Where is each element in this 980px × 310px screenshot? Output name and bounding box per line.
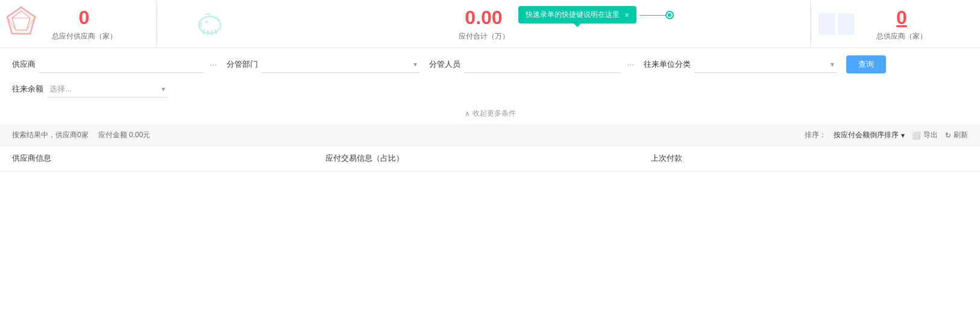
supplier-input[interactable] [42, 60, 201, 69]
sort-label: 排序： [805, 130, 826, 140]
tooltip-close-button[interactable]: × [624, 10, 629, 20]
refresh-label: 刷新 [953, 130, 968, 140]
export-label: 导出 [923, 130, 938, 140]
balance-label: 往来余额 [12, 84, 43, 95]
placeholder-block1 [818, 13, 835, 35]
stat-item-total-right: 0 总供应商（家） [811, 0, 980, 48]
unit-label: 往来单位分类 [644, 59, 691, 70]
tooltip-dot [667, 12, 673, 18]
results-controls: 排序： 按应付会额倒序排序 ▾ ⬜ 导出 ↻ 刷新 [805, 130, 968, 140]
unit-chevron-icon: ▾ [831, 60, 834, 69]
svg-marker-1 [12, 11, 30, 30]
sort-select[interactable]: 按应付会额倒序排序 ▾ [834, 130, 905, 140]
dept-select[interactable]: ▾ [262, 56, 419, 73]
collapse-button[interactable]: ∧ 收起更多条件 [465, 108, 516, 119]
dept-chevron-icon: ▾ [413, 60, 417, 69]
person-input[interactable] [466, 60, 618, 69]
supplier-label: 供应商 [12, 59, 36, 70]
person-dots-button[interactable]: ··· [627, 60, 634, 69]
sort-chevron-icon: ▾ [901, 131, 905, 140]
filter-item-person: 分管人员 ··· [429, 56, 634, 73]
piggy-icon [193, 7, 226, 39]
stat-label-payable: 应付合计（万） [459, 31, 509, 42]
svg-point-6 [206, 20, 208, 23]
table-body [0, 172, 980, 310]
balance-select[interactable]: 选择... ▾ [47, 81, 168, 98]
stat-item-payable: 0.00 应付合计（万） [157, 0, 811, 48]
tooltip-bubble: 快速录单的快捷键说明在这里 × [518, 6, 636, 23]
stat-label-total-suppliers: 总应付供应商（家） [52, 31, 117, 42]
tooltip-line [639, 15, 670, 16]
sort-value: 按应付会额倒序排序 [834, 130, 899, 140]
query-button[interactable]: 查询 [846, 55, 886, 73]
person-label: 分管人员 [429, 59, 460, 70]
collapse-row: ∧ 收起更多条件 [12, 105, 968, 125]
export-icon: ⬜ [912, 131, 921, 140]
col-header-last-payment: 上次付款 [651, 153, 968, 164]
refresh-icon: ↻ [945, 131, 951, 140]
results-bar: 搜索结果中，供应商0家 应付金额 0.00元 排序： 按应付会额倒序排序 ▾ ⬜… [0, 125, 980, 146]
stat-number-total-suppliers: 0 [79, 6, 90, 29]
supplier-input-wrap[interactable] [39, 56, 204, 73]
tooltip-text: 快速录单的快捷键说明在这里 [526, 10, 620, 20]
filter-item-dept: 分管部门 ▾ [227, 56, 419, 73]
stat-number-total-right: 0 [896, 6, 907, 29]
balance-chevron-icon: ▾ [162, 85, 165, 93]
filter-row-2: 往来余额 选择... ▾ [12, 81, 217, 98]
results-amount: 应付金额 0.00元 [98, 130, 151, 140]
stat-number-payable: 0.00 [465, 6, 502, 29]
results-summary: 搜索结果中，供应商0家 应付金额 0.00元 [12, 130, 150, 140]
dept-label: 分管部门 [227, 59, 258, 70]
filter-item-balance: 往来余额 选择... ▾ [12, 81, 217, 98]
collapse-label: 收起更多条件 [473, 108, 516, 119]
filter-area: 供应商 ··· 分管部门 ▾ 分管人员 ··· 往来单位分类 [0, 48, 980, 125]
filter-item-supplier: 供应商 ··· [12, 56, 217, 73]
person-input-wrap[interactable] [464, 56, 621, 73]
stat-item-suppliers: 0 总应付供应商（家） [0, 0, 157, 48]
results-count: 搜索结果中，供应商0家 [12, 130, 89, 140]
filter-item-unit: 往来单位分类 ▾ [644, 56, 837, 73]
stat-label-total-right: 总供应商（家） [876, 31, 927, 42]
filter-row-1: 供应商 ··· 分管部门 ▾ 分管人员 ··· 往来单位分类 [12, 55, 968, 73]
stats-bar: 0 总应付供应商（家） 0.00 应付合计（万） 快 [0, 0, 980, 48]
chevron-up-icon: ∧ [465, 110, 470, 118]
table-header: 供应商信息 应付交易信息（占比） 上次付款 [0, 146, 980, 172]
logo-icon [6, 6, 36, 36]
export-button[interactable]: ⬜ 导出 [912, 130, 938, 140]
placeholder-block2 [838, 13, 855, 35]
col-header-trade-info: 应付交易信息（占比） [325, 153, 651, 164]
balance-placeholder: 选择... [49, 84, 72, 95]
col-header-supplier-info: 供应商信息 [12, 153, 325, 164]
unit-select[interactable]: ▾ [694, 56, 837, 73]
supplier-dots-button[interactable]: ··· [210, 60, 217, 69]
refresh-button[interactable]: ↻ 刷新 [945, 130, 968, 140]
